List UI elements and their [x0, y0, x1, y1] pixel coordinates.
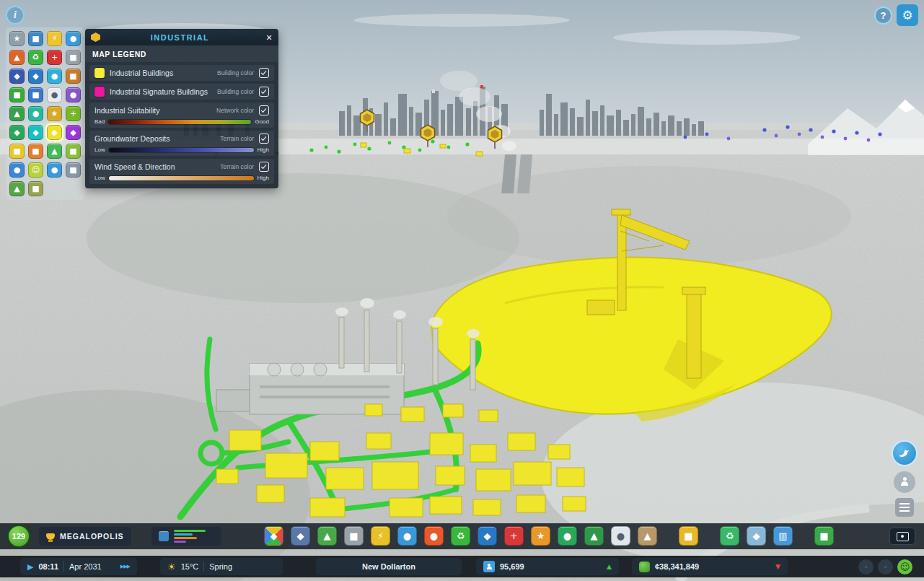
play-icon[interactable]: ▶	[27, 562, 33, 572]
infoview-water-sewage[interactable]: ●	[66, 31, 81, 46]
milestone-button[interactable]: MEGALOPOLIS	[39, 527, 131, 546]
infoview-maintenance[interactable]: ■	[66, 50, 81, 65]
speed-control[interactable]: ▶▶▶	[120, 564, 130, 569]
trophy-icon	[46, 533, 55, 540]
legend-header: INDUSTRIAL ×	[85, 29, 278, 45]
infoview-electricity[interactable]: ⚡	[47, 31, 62, 46]
industrial-demand-bar	[174, 537, 197, 539]
time-widget: ▶ 08:11 Apr 2031 ▶▶▶	[20, 558, 137, 575]
money-widget[interactable]: ¢38,341,849 ▼	[632, 558, 788, 575]
chirper-button[interactable]	[892, 440, 918, 466]
demand-widget[interactable]	[151, 527, 221, 546]
weather-widget: ☀ 15°C Spring	[160, 558, 283, 575]
infoview-commercial[interactable]: ■	[28, 144, 43, 159]
legend-row-label: Industrial Signature Buildings	[110, 87, 217, 96]
status-mini-button-1[interactable]: ◦	[858, 559, 874, 575]
infoview-workplaces[interactable]: ■	[66, 162, 81, 178]
infoview-natural-resources[interactable]: ◆	[9, 125, 25, 140]
parks-recreation-tool[interactable]: ●	[558, 526, 577, 546]
help-button[interactable]: ?	[874, 6, 892, 25]
roads-tool[interactable]: ◆	[291, 526, 310, 546]
legend-max-label: Good	[255, 118, 269, 125]
legend-row: Industrial Signature BuildingsBuilding c…	[89, 84, 274, 100]
legend-row-type: Building color	[217, 88, 254, 95]
infoview-office[interactable]: ◆	[66, 125, 81, 140]
legend-checkbox[interactable]	[259, 87, 269, 97]
infoview-transportation[interactable]: ■	[9, 87, 25, 102]
infoview-chirper[interactable]: ●	[47, 87, 62, 102]
infoview-vehicles[interactable]: ■	[28, 181, 43, 196]
zones-tool[interactable]: ◆	[264, 526, 283, 546]
infoview-terrain[interactable]: ▲	[9, 181, 25, 196]
infoview-education[interactable]: ◆	[28, 69, 43, 84]
happiness-indicator[interactable]: ☺	[897, 559, 912, 575]
statistics-button[interactable]: ▥	[773, 526, 793, 546]
signature-buildings-tool[interactable]: ■	[344, 526, 364, 546]
legend-checkbox[interactable]	[259, 162, 269, 172]
money-icon	[639, 562, 650, 572]
legend-checkbox[interactable]	[259, 105, 269, 115]
infoview-happiness[interactable]: ☺	[28, 162, 43, 178]
legend-checkbox[interactable]	[259, 68, 269, 78]
money-trend-down-icon: ▼	[775, 563, 780, 570]
infoview-public-transit[interactable]: ■	[28, 87, 43, 102]
population-widget[interactable]: 95,699 ▲	[476, 558, 619, 575]
infoview-industrial[interactable]: ◆	[47, 125, 62, 140]
infoview-fertile-land[interactable]: ◆	[28, 125, 43, 140]
education-tool[interactable]: ◆	[478, 526, 497, 546]
legend-row-label: Industrial Suitability	[94, 106, 216, 115]
gear-icon: ⚙	[902, 8, 912, 22]
sun-icon: ☀	[167, 562, 176, 572]
settings-button[interactable]: ⚙	[897, 4, 918, 26]
infoview-population[interactable]: ●	[47, 162, 62, 178]
legend-row-type: Terrain color	[220, 163, 254, 170]
infoview-groundwater[interactable]: ●	[9, 162, 25, 178]
water-tool[interactable]: ●	[397, 526, 417, 546]
infoview-postal[interactable]: ■	[66, 69, 81, 84]
population-trend-up-icon: ▲	[607, 563, 612, 570]
industrial-icon	[91, 32, 100, 42]
infoview-radio[interactable]: ●	[66, 87, 81, 102]
city-services-button[interactable]: ■	[814, 526, 834, 546]
legend-checkbox[interactable]	[259, 134, 269, 144]
infoview-fire-safety[interactable]: ▲	[9, 50, 25, 65]
infoview-police[interactable]: ◆	[9, 69, 25, 84]
notes-button[interactable]	[895, 498, 914, 517]
infoview-garbage[interactable]: ♻	[28, 50, 43, 65]
fire-rescue-tool[interactable]: ●	[424, 526, 444, 546]
season: Spring	[209, 562, 232, 571]
economy-panel-button[interactable]: ♻	[720, 526, 739, 546]
legend-row-label: Wind Speed & Direction	[94, 162, 220, 171]
police-tool[interactable]: ★	[531, 526, 550, 546]
electricity-tool[interactable]: ⚡	[371, 526, 390, 546]
road-maintenance-tool[interactable]: ■	[679, 526, 698, 546]
infoview-tourism[interactable]: ●	[28, 106, 43, 121]
forestry-tool[interactable]: ▲	[584, 526, 604, 546]
city-name-widget[interactable]: New Dollarton	[316, 558, 462, 575]
infoview-parks[interactable]: ▲	[9, 106, 25, 121]
infoview-land-value[interactable]: ▲	[47, 144, 62, 159]
close-button[interactable]: ×	[260, 29, 278, 45]
infoview-attractiveness[interactable]: ★	[47, 106, 62, 121]
map-tiles-button[interactable]: ◆	[747, 526, 766, 546]
status-mini-button-2[interactable]: ◦	[878, 559, 893, 575]
xp-level-badge[interactable]: 129	[7, 525, 30, 548]
legend-subtitle: MAP LEGEND	[85, 45, 278, 62]
infoview-residential[interactable]: ■	[9, 144, 25, 159]
infoview-progression[interactable]: ★	[9, 31, 25, 46]
infoview-telecom[interactable]: ●	[47, 69, 62, 84]
commercial-demand-bar	[174, 533, 193, 536]
garbage-tool[interactable]: ♻	[451, 526, 470, 546]
infoview-rent[interactable]: ■	[66, 144, 81, 159]
communications-tool[interactable]: ●	[611, 526, 630, 546]
landscaping-tool[interactable]: ▲	[317, 526, 337, 546]
photo-mode-button[interactable]	[889, 528, 915, 545]
terraforming-tool[interactable]: ▲	[638, 526, 657, 546]
info-button[interactable]: i	[6, 6, 25, 25]
citizen-lookup-button[interactable]	[894, 471, 915, 493]
healthcare-tool[interactable]: +	[504, 526, 524, 546]
infoview-welfare[interactable]: +	[66, 106, 81, 121]
infoview-healthcare[interactable]: +	[47, 50, 62, 65]
legend-row: Wind Speed & DirectionTerrain colorLowHi…	[89, 159, 274, 184]
infoview-finances[interactable]: ■	[28, 31, 43, 46]
